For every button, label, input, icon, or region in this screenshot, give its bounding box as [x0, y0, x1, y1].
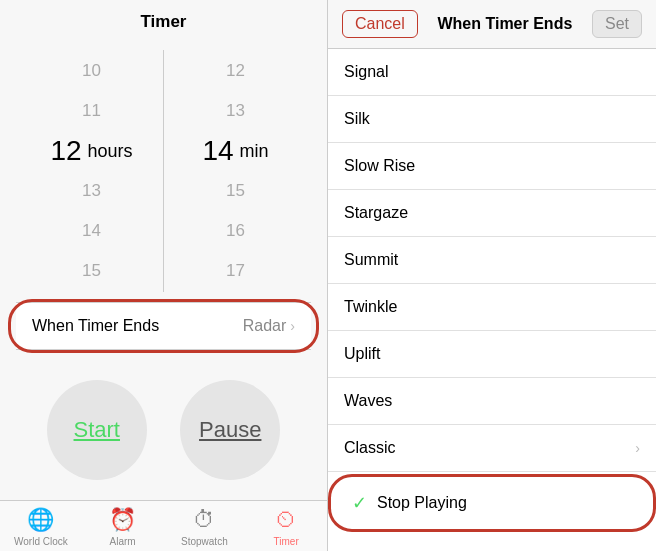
- hour-selected: 12hours: [20, 131, 163, 171]
- when-timer-ends-row[interactable]: When Timer Ends Radar ›: [16, 302, 311, 350]
- tab-world-clock[interactable]: 🌐 World Clock: [0, 507, 82, 547]
- right-header: Cancel When Timer Ends Set: [328, 0, 656, 49]
- tab-stopwatch[interactable]: ⏱ Stopwatch: [164, 507, 246, 547]
- minutes-picker[interactable]: 12 13 14min 15 16 17: [164, 51, 307, 291]
- tab-timer-label: Timer: [274, 536, 299, 547]
- min-17: 17: [164, 251, 307, 291]
- cancel-button[interactable]: Cancel: [342, 10, 418, 38]
- hour-13: 13: [20, 171, 163, 211]
- hour-15: 15: [20, 251, 163, 291]
- sound-list: Signal Silk Slow Rise Stargaze Summit Tw…: [328, 49, 656, 551]
- world-clock-icon: 🌐: [27, 507, 54, 533]
- sound-summit[interactable]: Summit: [328, 237, 656, 284]
- set-button[interactable]: Set: [592, 10, 642, 38]
- action-buttons: Start Pause: [0, 370, 327, 500]
- stopwatch-icon: ⏱: [193, 507, 215, 533]
- stop-playing-wrapper: ✓ Stop Playing: [336, 478, 648, 528]
- sound-silk-label: Silk: [344, 110, 640, 128]
- start-button[interactable]: Start: [47, 380, 147, 480]
- sound-stargaze[interactable]: Stargaze: [328, 190, 656, 237]
- sound-stargaze-label: Stargaze: [344, 204, 640, 222]
- min-12: 12: [164, 51, 307, 91]
- sound-waves[interactable]: Waves: [328, 378, 656, 425]
- right-panel-title: When Timer Ends: [437, 15, 572, 33]
- min-16: 16: [164, 211, 307, 251]
- alarm-icon: ⏰: [109, 507, 136, 533]
- sound-uplift[interactable]: Uplift: [328, 331, 656, 378]
- timer-icon: ⏲: [275, 507, 297, 533]
- min-15: 15: [164, 171, 307, 211]
- sound-signal[interactable]: Signal: [328, 49, 656, 96]
- tab-alarm[interactable]: ⏰ Alarm: [82, 507, 164, 547]
- classic-chevron-icon: ›: [635, 440, 640, 456]
- sound-classic-label: Classic: [344, 439, 635, 457]
- time-picker[interactable]: 10 11 12hours 13 14 15 12 13 14min 15 16…: [0, 40, 327, 302]
- sound-waves-label: Waves: [344, 392, 640, 410]
- sound-slow-rise[interactable]: Slow Rise: [328, 143, 656, 190]
- when-timer-ends-panel: Cancel When Timer Ends Set Signal Silk S…: [328, 0, 656, 551]
- sound-slow-rise-label: Slow Rise: [344, 157, 640, 175]
- pause-button[interactable]: Pause: [180, 380, 280, 480]
- stop-playing-check-icon: ✓: [352, 492, 367, 514]
- minutes-unit: min: [240, 141, 269, 162]
- tab-world-clock-label: World Clock: [14, 536, 68, 547]
- tab-timer[interactable]: ⏲ Timer: [245, 507, 327, 547]
- tab-bar: 🌐 World Clock ⏰ Alarm ⏱ Stopwatch ⏲ Time…: [0, 500, 327, 551]
- when-timer-value: Radar ›: [243, 317, 295, 335]
- sound-stop-playing[interactable]: ✓ Stop Playing: [336, 478, 648, 528]
- hours-picker[interactable]: 10 11 12hours 13 14 15: [20, 51, 163, 291]
- hour-10: 10: [20, 51, 163, 91]
- sound-twinkle-label: Twinkle: [344, 298, 640, 316]
- timer-title: Timer: [0, 0, 327, 40]
- stop-playing-label: Stop Playing: [377, 494, 632, 512]
- sound-signal-label: Signal: [344, 63, 640, 81]
- sound-summit-label: Summit: [344, 251, 640, 269]
- hour-11: 11: [20, 91, 163, 131]
- tab-stopwatch-label: Stopwatch: [181, 536, 228, 547]
- timer-panel: Timer 10 11 12hours 13 14 15 12 13 14min…: [0, 0, 328, 551]
- sound-twinkle[interactable]: Twinkle: [328, 284, 656, 331]
- min-selected: 14min: [164, 131, 307, 171]
- when-timer-chevron: ›: [290, 318, 295, 334]
- sound-silk[interactable]: Silk: [328, 96, 656, 143]
- min-13: 13: [164, 91, 307, 131]
- hours-unit: hours: [88, 141, 133, 162]
- hour-14: 14: [20, 211, 163, 251]
- sound-uplift-label: Uplift: [344, 345, 640, 363]
- when-timer-label: When Timer Ends: [32, 317, 159, 335]
- tab-alarm-label: Alarm: [110, 536, 136, 547]
- sound-classic[interactable]: Classic ›: [328, 425, 656, 472]
